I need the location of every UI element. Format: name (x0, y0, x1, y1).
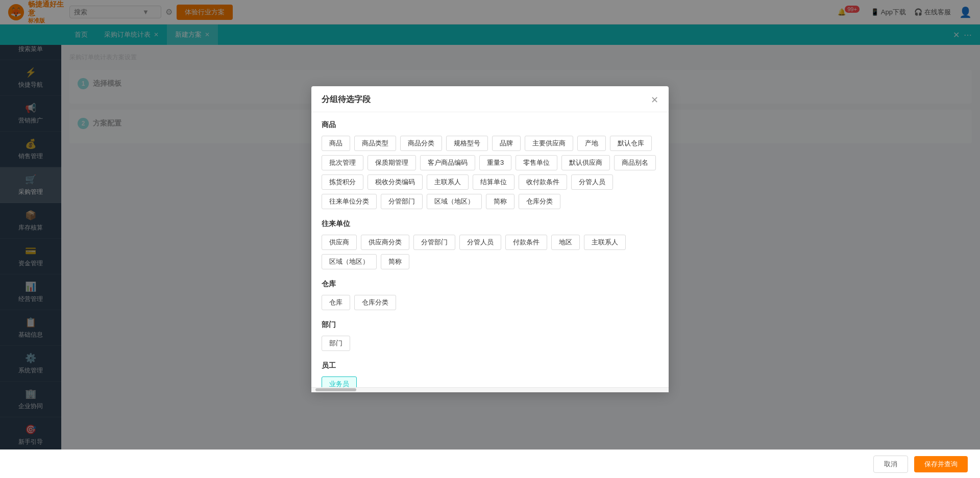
field-tag[interactable]: 主联系人 (584, 235, 626, 250)
field-tag[interactable]: 业务员 (322, 376, 357, 387)
field-tag[interactable]: 主要供应商 (525, 136, 573, 151)
field-tags-goods: 商品商品类型商品分类规格型号品牌主要供应商产地默认仓库批次管理保质期管理客户商品… (322, 136, 658, 209)
field-tag[interactable]: 税收分类编码 (368, 174, 423, 190)
field-tag[interactable]: 供应商分类 (361, 235, 409, 250)
modal-title: 分组待选字段 (322, 94, 371, 105)
section-title-employee: 员工 (322, 361, 658, 370)
field-tags-employee: 业务员 (322, 376, 658, 387)
field-tag[interactable]: 简称 (381, 254, 409, 269)
field-tag[interactable]: 结算单位 (473, 174, 514, 190)
field-tags-warehouse: 仓库仓库分类 (322, 295, 658, 310)
field-tag[interactable]: 付款条件 (505, 235, 547, 250)
section-department: 部门部门 (322, 320, 658, 351)
field-tag[interactable]: 主联系人 (427, 174, 469, 190)
field-tag[interactable]: 仓库分类 (519, 194, 560, 209)
field-tag[interactable]: 商品 (322, 136, 350, 151)
field-tag[interactable]: 分管人员 (571, 174, 613, 190)
section-employee: 员工业务员 (322, 361, 658, 387)
field-tag[interactable]: 地区 (551, 235, 580, 250)
section-title-department: 部门 (322, 320, 658, 330)
modal-dialog: 分组待选字段 ✕ 商品商品商品类型商品分类规格型号品牌主要供应商产地默认仓库批次… (311, 86, 669, 392)
field-tag[interactable]: 往来单位分类 (322, 194, 377, 209)
section-title-goods: 商品 (322, 120, 658, 130)
field-tag[interactable]: 默认供应商 (561, 155, 610, 170)
section-warehouse: 仓库仓库仓库分类 (322, 280, 658, 310)
page-footer: 取消 保存并查询 (0, 449, 980, 478)
modal-horizontal-scrollbar[interactable] (311, 387, 669, 392)
field-tag[interactable]: 分管人员 (459, 235, 501, 250)
field-tag[interactable]: 规格型号 (446, 136, 488, 151)
modal-body[interactable]: 商品商品商品类型商品分类规格型号品牌主要供应商产地默认仓库批次管理保质期管理客户… (311, 112, 669, 387)
field-tag[interactable]: 商品类型 (354, 136, 396, 151)
field-tag[interactable]: 仓库分类 (354, 295, 396, 310)
section-title-warehouse: 仓库 (322, 280, 658, 289)
modal-close-button[interactable]: ✕ (651, 94, 658, 106)
field-tag[interactable]: 供应商 (322, 235, 357, 250)
field-tag[interactable]: 拣货积分 (322, 174, 363, 190)
field-tag[interactable]: 客户商品编码 (420, 155, 475, 170)
cancel-button[interactable]: 取消 (873, 456, 908, 473)
section-goods: 商品商品商品类型商品分类规格型号品牌主要供应商产地默认仓库批次管理保质期管理客户… (322, 120, 658, 209)
field-tag[interactable]: 默认仓库 (610, 136, 652, 151)
field-tag[interactable]: 区域（地区） (322, 254, 377, 269)
field-tags-department: 部门 (322, 336, 658, 351)
modal-overlay: 分组待选字段 ✕ 商品商品商品类型商品分类规格型号品牌主要供应商产地默认仓库批次… (0, 0, 980, 478)
field-tag[interactable]: 产地 (577, 136, 606, 151)
field-tag[interactable]: 部门 (322, 336, 350, 351)
field-tag[interactable]: 保质期管理 (368, 155, 416, 170)
field-tag[interactable]: 仓库 (322, 295, 350, 310)
field-tag[interactable]: 简称 (486, 194, 514, 209)
section-title-partner: 往来单位 (322, 219, 658, 229)
section-partner: 往来单位供应商供应商分类分管部门分管人员付款条件地区主联系人区域（地区）简称 (322, 219, 658, 269)
field-tag[interactable]: 品牌 (492, 136, 521, 151)
save-query-button[interactable]: 保存并查询 (914, 456, 968, 472)
field-tag[interactable]: 收付款条件 (519, 174, 567, 190)
field-tags-partner: 供应商供应商分类分管部门分管人员付款条件地区主联系人区域（地区）简称 (322, 235, 658, 269)
field-tag[interactable]: 商品分类 (400, 136, 442, 151)
field-tag[interactable]: 区域（地区） (427, 194, 482, 209)
field-tag[interactable]: 商品别名 (614, 155, 656, 170)
field-tag[interactable]: 批次管理 (322, 155, 363, 170)
modal-header: 分组待选字段 ✕ (311, 86, 669, 112)
field-tag[interactable]: 分管部门 (381, 194, 423, 209)
field-tag[interactable]: 分管部门 (413, 235, 455, 250)
field-tag[interactable]: 零售单位 (516, 155, 557, 170)
field-tag[interactable]: 重量3 (479, 155, 511, 170)
